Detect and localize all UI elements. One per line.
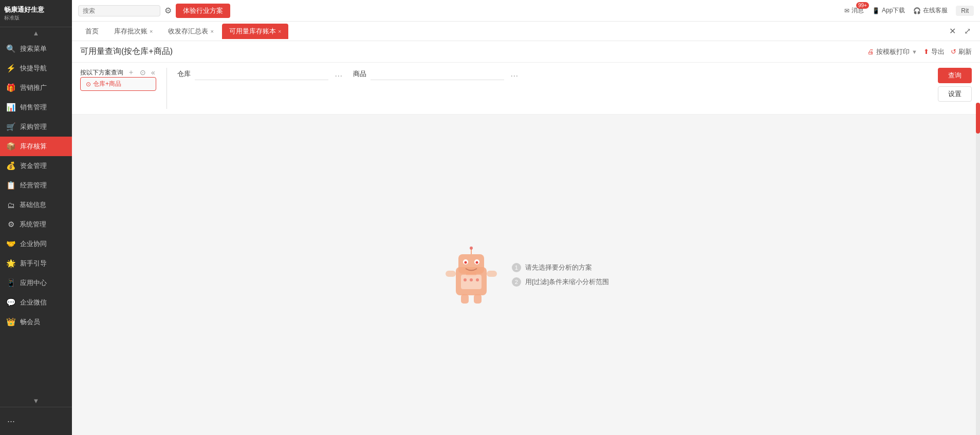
online-service-item[interactable]: 🎧 在线客服 <box>913 6 948 15</box>
sidebar-item-label-inventory: 库存核算 <box>20 142 47 151</box>
scrollbar-thumb[interactable] <box>976 103 980 134</box>
svg-point-5 <box>475 261 478 264</box>
tip-num-2: 2 <box>512 277 521 287</box>
refresh-button[interactable]: ↺ 刷新 <box>951 47 972 56</box>
online-service-label: 在线客服 <box>923 6 948 15</box>
sidebar-item-label-search: 搜索菜单 <box>20 44 47 53</box>
sidebar-item-extra[interactable]: ⋯ <box>0 411 72 431</box>
gear-icon[interactable]: ⚙ <box>164 6 172 15</box>
right-scrollbar[interactable] <box>976 103 980 435</box>
tab-receipt-summary-close[interactable]: × <box>210 28 213 34</box>
scheme-item-warehouse-goods[interactable]: ⊙ 仓库+商品 <box>80 77 156 91</box>
template-print-button[interactable]: 🖨 按模板打印 ▼ <box>867 47 917 56</box>
tab-receipt-summary[interactable]: 收发存汇总表 × <box>161 24 220 39</box>
sidebar-bottom: ⋯ <box>0 407 72 435</box>
export-button[interactable]: ⬆ 导出 <box>923 47 945 56</box>
sidebar-item-wechat[interactable]: 💬 企业微信 <box>0 293 72 312</box>
app-download-item[interactable]: 📱 App下载 <box>872 6 905 15</box>
sidebar-item-label-quick-nav: 快捷导航 <box>20 64 47 73</box>
goods-label: 商品 <box>353 69 366 79</box>
filter-divider <box>167 68 167 109</box>
tip-text-2: 用[过滤]条件来缩小分析范围 <box>525 277 609 287</box>
phone-icon: 📱 <box>872 7 880 14</box>
tab-home-label: 首页 <box>85 27 99 36</box>
goods-more-button[interactable]: … <box>508 69 521 79</box>
goods-field: 商品 … <box>353 68 521 80</box>
tab-available-ledger[interactable]: 可用量库存账本 × <box>222 24 288 39</box>
funds-icon: 💰 <box>6 161 16 171</box>
settings-button[interactable]: 设置 <box>938 86 972 102</box>
sidebar-item-operation[interactable]: 📋 经营管理 <box>0 176 72 195</box>
tabs-bar: 首页 库存批次账 × 收发存汇总表 × 可用量库存账本 × ✕ ⤢ <box>72 22 980 41</box>
sidebar-item-membership[interactable]: 👑 畅会员 <box>0 312 72 332</box>
goods-input[interactable] <box>371 68 504 80</box>
message-item[interactable]: ✉ 消息 99+ <box>844 6 864 15</box>
sidebar-item-label-marketing: 营销推广 <box>20 83 47 92</box>
sidebar-item-enterprise[interactable]: 🤝 企业协同 <box>0 234 72 254</box>
main-body: 1 请先选择要分析的方案 2 用[过滤]条件来缩小分析范围 <box>72 115 980 435</box>
warehouse-input[interactable] <box>195 68 328 80</box>
filter-label: 按以下方案查询 <box>80 68 123 77</box>
search-input[interactable] <box>78 5 160 16</box>
sidebar-item-onboarding[interactable]: 🌟 新手引导 <box>0 254 72 273</box>
filter-schemes-container: 按以下方案查询 ＋ ⊙ « ⊙ 仓库+商品 <box>80 68 156 91</box>
warehouse-label: 仓库 <box>177 69 191 79</box>
svg-point-12 <box>470 247 473 250</box>
app-edition: 标准版 <box>4 14 68 22</box>
inventory-icon: 📦 <box>6 142 16 151</box>
sidebar-item-app-center[interactable]: 📱 应用中心 <box>0 273 72 293</box>
empty-illustration <box>443 244 500 306</box>
sidebar-nav: 🔍 搜索菜单 ⚡ 快捷导航 🎁 营销推广 📊 销售管理 🛒 采购管理 📦 库存核… <box>0 39 72 395</box>
sidebar-item-label-membership: 畅会员 <box>20 317 40 327</box>
wechat-icon: 💬 <box>6 298 16 307</box>
edit-scheme-button[interactable]: ⊙ <box>139 68 147 77</box>
scheme-icon: ⊙ <box>86 81 91 88</box>
svg-point-14 <box>464 278 467 281</box>
sidebar-item-inventory[interactable]: 📦 库存核算 <box>0 137 72 156</box>
print-icon: 🖨 <box>867 48 874 55</box>
warehouse-more-button[interactable]: … <box>332 69 345 79</box>
svg-rect-8 <box>461 294 469 304</box>
message-badge: 99+ <box>856 2 869 9</box>
tab-home[interactable]: 首页 <box>78 24 106 39</box>
app-center-icon: 📱 <box>6 278 16 288</box>
onboarding-icon: 🌟 <box>6 259 16 268</box>
trial-industry-button[interactable]: 体验行业方案 <box>176 4 230 18</box>
headset-icon: 🎧 <box>913 7 921 14</box>
tab-maximize-button[interactable]: ⤢ <box>961 25 974 37</box>
sidebar-item-system[interactable]: ⚙ 系统管理 <box>0 215 72 234</box>
sidebar-item-funds[interactable]: 💰 资金管理 <box>0 156 72 176</box>
app-name: 畅康通好生意 <box>4 5 68 14</box>
tab-batch-account[interactable]: 库存批次账 × <box>107 24 160 39</box>
message-icon: ✉ <box>844 7 849 14</box>
sidebar-item-quick-nav[interactable]: ⚡ 快捷导航 <box>0 59 72 78</box>
marketing-icon: 🎁 <box>6 83 16 92</box>
sidebar-item-label-enterprise: 企业协同 <box>20 239 47 249</box>
add-scheme-button[interactable]: ＋ <box>126 68 136 77</box>
sidebar-item-marketing[interactable]: 🎁 营销推广 <box>0 78 72 98</box>
sidebar-item-label-sales: 销售管理 <box>20 103 47 112</box>
sidebar-item-sales[interactable]: 📊 销售管理 <box>0 98 72 117</box>
sidebar-item-search[interactable]: 🔍 搜索菜单 <box>0 39 72 59</box>
sidebar-header: 畅康通好生意 标准版 <box>0 0 72 27</box>
query-button[interactable]: 查询 <box>938 68 972 83</box>
sidebar-item-label-purchase: 采购管理 <box>20 122 47 131</box>
sidebar-item-label-onboarding: 新手引导 <box>20 259 47 268</box>
svg-point-15 <box>470 278 473 281</box>
sidebar-item-purchase[interactable]: 🛒 采购管理 <box>0 117 72 137</box>
print-dropdown-icon[interactable]: ▼ <box>912 49 917 55</box>
sidebar-scroll-up[interactable]: ▲ <box>0 27 72 39</box>
svg-rect-7 <box>487 271 497 277</box>
user-avatar[interactable]: Rit <box>956 6 974 16</box>
collapse-scheme-button[interactable]: « <box>150 68 156 77</box>
page-title: 可用量查询(按仓库+商品) <box>80 46 173 57</box>
sidebar-item-label-funds: 资金管理 <box>20 161 47 171</box>
tab-batch-account-close[interactable]: × <box>150 28 153 34</box>
refresh-label: 刷新 <box>958 47 972 56</box>
svg-rect-13 <box>461 275 482 289</box>
sidebar-item-basic-info[interactable]: 🗂 基础信息 <box>0 195 72 215</box>
tab-available-ledger-close[interactable]: × <box>278 28 281 34</box>
page-header: 可用量查询(按仓库+商品) 🖨 按模板打印 ▼ ⬆ 导出 ↺ 刷新 <box>72 41 980 63</box>
tab-close-button[interactable]: ✕ <box>946 25 959 37</box>
sidebar-scroll-down[interactable]: ▼ <box>0 395 72 407</box>
